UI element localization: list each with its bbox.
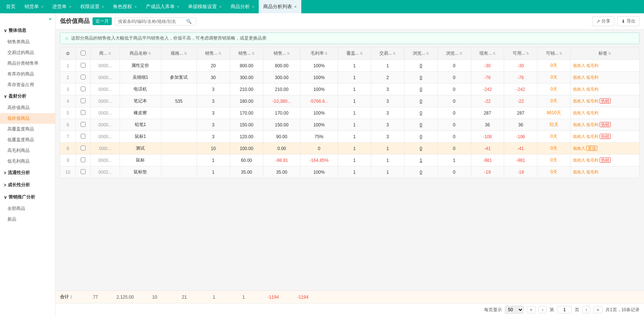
sort-icon-available_stock[interactable]: ⇅ — [526, 51, 529, 55]
first-page-btn[interactable]: « — [527, 306, 536, 313]
sort-icon-current_stock[interactable]: ⇅ — [493, 51, 496, 55]
views1-link[interactable]: 0 — [420, 170, 422, 175]
nav-item-单据模板设置[interactable]: 单据模板设置× — [184, 0, 226, 13]
views1-link[interactable]: 0 — [420, 122, 422, 128]
sidebar-item-低价值商品[interactable]: 低价值商品 — [0, 113, 55, 124]
views1-link[interactable]: 0 — [420, 146, 422, 151]
col-header-current_stock[interactable]: 现有...⇅ — [471, 47, 504, 60]
row-checkbox[interactable] — [81, 98, 85, 103]
sort-icon-code[interactable]: ⇅ — [108, 51, 111, 55]
views1-link[interactable]: 1 — [420, 158, 422, 163]
sidebar-item-商品分类销售率[interactable]: 商品分类销售率 — [0, 58, 55, 69]
col-header-available_stock[interactable]: 可用...⇅ — [504, 47, 537, 60]
row-checkbox[interactable] — [81, 146, 85, 150]
views1[interactable]: 0 — [404, 166, 437, 178]
sidebar-collapse-btn[interactable]: « — [0, 13, 55, 24]
sidebar-item-低覆盖度商品[interactable]: 低覆盖度商品 — [0, 135, 55, 145]
views1[interactable]: 0 — [404, 95, 437, 107]
sort-icon-sales_amount[interactable]: ⇅ — [252, 51, 255, 55]
nav-item-商品分析列表[interactable]: 商品分析列表× — [259, 0, 301, 13]
prev-page-btn[interactable]: ‹ — [539, 306, 547, 313]
sidebar-item-高价值商品[interactable]: 高价值商品 — [0, 102, 55, 113]
sidebar-section-营销推广分析[interactable]: ∨ 营销推广分析 — [0, 191, 55, 203]
sort-icon-views2[interactable]: ⇅ — [459, 51, 462, 55]
nav-item-销货单[interactable]: 销货单× — [20, 0, 48, 13]
row-checkbox-cell[interactable] — [76, 131, 91, 143]
row-checkbox[interactable] — [81, 169, 85, 174]
sidebar-item-高毛利商品[interactable]: 高毛利商品 — [0, 145, 55, 156]
sort-icon-views1[interactable]: ⇅ — [426, 51, 429, 55]
col-header-saleable_stock[interactable]: 可销...⇅ — [537, 47, 571, 60]
row-checkbox-cell[interactable] — [76, 119, 91, 131]
views1[interactable]: 0 — [404, 131, 437, 143]
row-checkbox[interactable] — [81, 122, 85, 127]
views1-link[interactable]: 0 — [420, 134, 422, 139]
nav-close-icon[interactable]: × — [69, 4, 71, 9]
search-input[interactable] — [118, 19, 185, 24]
row-checkbox[interactable] — [81, 134, 85, 139]
select-all-checkbox[interactable] — [81, 51, 85, 55]
sidebar-item-有库存的商品[interactable]: 有库存的商品 — [0, 69, 55, 79]
sidebar-section-成长性分析[interactable]: > 成长性分析 — [0, 179, 55, 191]
row-checkbox[interactable] — [81, 86, 85, 91]
sort-icon-sales_qty[interactable]: ⇅ — [218, 51, 221, 55]
sidebar-section-流通性分析[interactable]: > 流通性分析 — [0, 167, 55, 179]
row-checkbox-cell[interactable] — [76, 84, 91, 95]
row-checkbox[interactable] — [81, 157, 85, 162]
sort-icon-coverage[interactable]: ⇅ — [360, 51, 363, 55]
row-checkbox-cell[interactable] — [76, 154, 91, 166]
col-header-views2[interactable]: 浏览...⇅ — [437, 47, 471, 60]
sort-icon-saleable_stock[interactable]: ⇅ — [559, 51, 562, 55]
sort-icon-transactions[interactable]: ⇅ — [393, 51, 396, 55]
nav-item-进货单[interactable]: 进货单× — [48, 0, 76, 13]
row-checkbox[interactable] — [81, 63, 85, 68]
row-checkbox[interactable] — [81, 110, 85, 115]
nav-close-icon[interactable]: × — [134, 4, 137, 9]
nav-close-icon[interactable]: × — [102, 4, 104, 9]
page-input[interactable] — [557, 306, 572, 313]
col-header-coverage[interactable]: 覆盖...⇅ — [338, 47, 371, 60]
sidebar-item-新品[interactable]: 新品 — [0, 214, 55, 225]
nav-close-icon[interactable]: × — [294, 4, 296, 9]
col-header-settings[interactable]: ⚙ — [60, 47, 76, 60]
row-checkbox-cell[interactable] — [76, 166, 91, 178]
sidebar-section-整体信息[interactable]: ∨ 整体信息 — [0, 24, 55, 37]
col-header-sales_cost[interactable]: 销售...⇅ — [263, 47, 300, 60]
views1-link[interactable]: 0 — [420, 75, 422, 80]
nav-item-权限设置[interactable]: 权限设置× — [76, 0, 108, 13]
row-checkbox-cell[interactable] — [76, 72, 91, 84]
row-checkbox-cell[interactable] — [76, 143, 91, 154]
col-header-transactions[interactable]: 交易...⇅ — [371, 47, 405, 60]
col-header-views1[interactable]: 浏览...⇅ — [404, 47, 437, 60]
col-header-code[interactable]: 商...⇅ — [91, 47, 120, 60]
views1-link[interactable]: 0 — [420, 87, 422, 92]
views1[interactable]: 0 — [404, 84, 437, 95]
col-header-sales_amount[interactable]: 销售...⇅ — [230, 47, 263, 60]
col-header-gross_margin[interactable]: 毛利率⇅ — [300, 47, 338, 60]
views1-link[interactable]: 0 — [420, 111, 422, 116]
sidebar-item-高覆盖度商品[interactable]: 高覆盖度商品 — [0, 124, 55, 135]
sidebar-item-全部商品[interactable]: 全部商品 — [0, 203, 55, 214]
views1-link[interactable]: 0 — [420, 63, 422, 68]
nav-close-icon[interactable]: × — [252, 4, 254, 9]
views1[interactable]: 0 — [404, 72, 437, 84]
nav-close-icon[interactable]: × — [177, 4, 179, 9]
col-header-sales_qty[interactable]: 销售...⇅ — [197, 47, 230, 60]
nav-item-角色授权[interactable]: 角色授权× — [108, 0, 141, 13]
views1[interactable]: 1 — [404, 154, 437, 166]
sidebar-item-库存资金占用[interactable]: 库存资金占用 — [0, 79, 55, 90]
row-checkbox-cell[interactable] — [76, 60, 91, 72]
sidebar-section-盈财分析[interactable]: ∨ 盈财分析 — [0, 90, 55, 102]
nav-close-icon[interactable]: × — [41, 4, 43, 9]
views1[interactable]: 0 — [404, 119, 437, 131]
col-header-name[interactable]: 商品名称⇅ — [120, 47, 161, 60]
export-button[interactable]: ⬇ 导出 — [617, 16, 640, 26]
nav-item-商品分析[interactable]: 商品分析× — [226, 0, 259, 13]
search-icon[interactable]: 🔍 — [186, 19, 192, 24]
row-checkbox[interactable] — [81, 75, 85, 79]
nav-close-icon[interactable]: × — [219, 4, 221, 9]
sort-icon-tags[interactable]: ⇅ — [608, 51, 611, 55]
row-checkbox-cell[interactable] — [76, 107, 91, 119]
col-header-tags[interactable]: 标签⇅ — [570, 47, 639, 60]
sidebar-item-销售类商品[interactable]: 销售类商品 — [0, 37, 55, 47]
